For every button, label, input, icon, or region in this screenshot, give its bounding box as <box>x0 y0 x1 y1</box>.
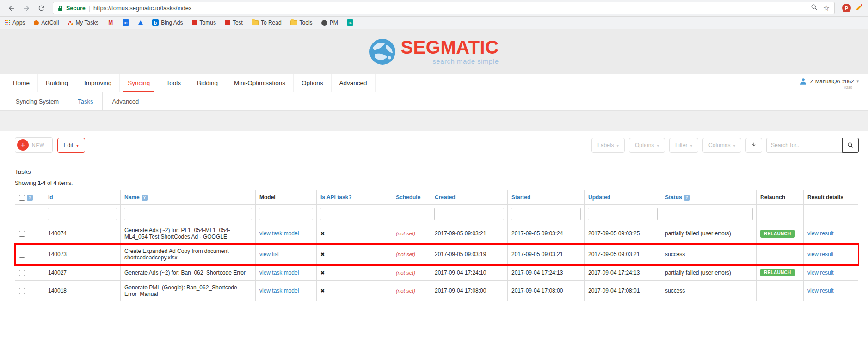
bookmark-analytics[interactable] <box>138 20 143 25</box>
options-button[interactable]: Options <box>629 138 665 153</box>
bookmark-tomus[interactable]: Tomus <box>192 19 216 26</box>
search-button[interactable] <box>842 138 859 153</box>
view-result-link[interactable]: view result <box>807 251 834 258</box>
select-all-checkbox[interactable] <box>19 195 25 201</box>
nav-item-improving[interactable]: Improving <box>76 74 120 92</box>
address-bar[interactable]: Secure | https://tomus.segmatic.io/tasks… <box>53 2 835 14</box>
api-filter-input[interactable] <box>320 208 388 220</box>
cell-updated: 2017-09-05 09:03:21 <box>585 244 661 265</box>
bookmark-test[interactable]: Test <box>225 19 243 26</box>
search-input[interactable] <box>766 138 843 153</box>
bookmark-folder-to-read[interactable]: To Read <box>252 19 282 26</box>
nav-item-mini-optimisations[interactable]: Mini-Optimisations <box>226 74 294 92</box>
sort-status-link[interactable]: Status <box>665 194 682 201</box>
view-list-link[interactable]: view list <box>259 251 279 258</box>
forward-button[interactable] <box>19 1 33 15</box>
extension-pencil-icon[interactable] <box>856 3 863 13</box>
view-task-model-link[interactable]: view task model <box>259 288 299 294</box>
nav-item-syncing[interactable]: Syncing <box>120 74 158 92</box>
edit-button[interactable]: Edit <box>57 138 85 153</box>
sort-created-link[interactable]: Created <box>435 194 456 201</box>
view-result-link[interactable]: view result <box>807 270 834 276</box>
cell-name: Create Expanded Ad Copy from document sh… <box>121 244 256 265</box>
back-arrow-icon <box>7 4 16 12</box>
bookmark-actcoll[interactable]: ActColl <box>34 19 59 26</box>
table-row-140018[interactable]: 140018 Generate PML (Google): Ban_062_Sh… <box>15 281 858 301</box>
row-checkbox[interactable] <box>19 288 25 294</box>
id-filter-input[interactable] <box>48 208 117 220</box>
summary-text: Showing <box>15 180 37 186</box>
created-filter-input[interactable] <box>434 208 504 220</box>
name-filter-input[interactable] <box>124 208 252 220</box>
new-button[interactable]: NEW <box>15 137 53 153</box>
nav-item-tools[interactable]: Tools <box>158 74 189 92</box>
zoom-icon[interactable] <box>811 4 818 12</box>
table-row-140074[interactable]: 140074 Generate Ads (~2) for: PL1_054-ML… <box>15 223 858 244</box>
labels-button[interactable]: Labels <box>591 138 625 153</box>
bookmark-apps[interactable]: Apps <box>5 19 25 26</box>
view-task-model-link[interactable]: view task model <box>259 230 299 237</box>
extension-p-icon[interactable]: P <box>842 4 851 12</box>
nav-item-building[interactable]: Building <box>38 74 76 92</box>
started-filter-input[interactable] <box>511 208 581 220</box>
subnav-item-syncing-system[interactable]: Syncing System <box>6 92 68 110</box>
bookmark-bing-ads[interactable]: b Bing Ads <box>152 19 183 26</box>
view-result-link[interactable]: view result <box>807 288 834 294</box>
sort-updated-link[interactable]: Updated <box>588 194 610 201</box>
bookmark-star-icon[interactable]: ☆ <box>823 5 830 12</box>
bookmark-folder-tools[interactable]: Tools <box>290 19 313 26</box>
bookmark-pm[interactable]: PM <box>321 19 338 26</box>
bookmark-label: Tools <box>300 19 313 26</box>
relaunch-button[interactable]: RELAUNCH <box>760 269 795 276</box>
sort-schedule-link[interactable]: Schedule <box>396 194 420 201</box>
nav-item-options[interactable]: Options <box>294 74 332 92</box>
user-menu[interactable]: Z-ManualQA-#062 ▾ #280 <box>799 74 859 92</box>
bookmark-gmail[interactable]: M <box>107 19 114 26</box>
table-row-140073-highlighted[interactable]: 140073 Create Expanded Ad Copy from docu… <box>15 244 858 265</box>
relaunch-button[interactable]: RELAUNCH <box>760 230 795 238</box>
browser-toolbar: Secure | https://tomus.segmatic.io/tasks… <box>0 0 868 17</box>
help-icon[interactable] <box>684 195 690 201</box>
sort-started-link[interactable]: Started <box>511 194 530 201</box>
filter-button-label: Filter <box>675 142 688 148</box>
subnav-item-advanced[interactable]: Advanced <box>103 92 148 110</box>
model-filter-input[interactable] <box>259 208 313 220</box>
nav-item-home[interactable]: Home <box>5 74 38 92</box>
updated-filter-input[interactable] <box>588 208 658 220</box>
bookmark-tc[interactable]: TC <box>347 19 353 26</box>
url-text: https://tomus.segmatic.io/tasks/index <box>93 5 807 12</box>
filter-cell-created <box>431 205 508 223</box>
columns-button[interactable]: Columns <box>702 138 741 153</box>
row-checkbox[interactable] <box>19 231 25 237</box>
cell-model: view task model <box>256 265 317 281</box>
refresh-button[interactable] <box>34 1 48 15</box>
cell-schedule: (not set) <box>392 223 431 244</box>
help-icon[interactable] <box>142 195 148 201</box>
actcoll-favicon <box>34 20 39 25</box>
tasks-grid-area: Tasks Showing 1-4 of 4 items. Id Name Mo… <box>0 153 868 301</box>
subnav-item-tasks[interactable]: Tasks <box>68 92 103 110</box>
bookmark-calendar[interactable]: 31 <box>123 19 129 26</box>
back-button[interactable] <box>5 1 18 15</box>
row-checkbox[interactable] <box>19 270 25 276</box>
cell-updated: 2017-09-04 17:08:01 <box>585 281 661 301</box>
help-icon[interactable] <box>27 195 33 201</box>
download-button[interactable] <box>745 138 762 153</box>
cell-result: view result <box>804 281 858 301</box>
test-favicon <box>225 20 230 25</box>
sort-id-link[interactable]: Id <box>48 194 53 201</box>
status-filter-input[interactable] <box>665 208 753 220</box>
view-result-link[interactable]: view result <box>807 230 834 237</box>
filter-cell-model <box>256 205 317 223</box>
table-row-140027[interactable]: 140027 Generate Ads (~2) for: Ban_062_Sh… <box>15 265 858 281</box>
row-checkbox[interactable] <box>19 252 25 258</box>
sort-api-link[interactable]: Is API task? <box>320 194 352 201</box>
view-task-model-link[interactable]: view task model <box>259 270 299 276</box>
filter-button[interactable]: Filter <box>669 138 698 153</box>
bookmark-my-tasks[interactable]: My Tasks <box>68 19 98 26</box>
nav-item-advanced[interactable]: Advanced <box>332 74 376 92</box>
cell-id: 140027 <box>44 265 121 281</box>
sort-name-link[interactable]: Name <box>124 194 140 201</box>
nav-item-bidding[interactable]: Bidding <box>189 74 226 92</box>
chevron-down-icon <box>690 142 693 148</box>
